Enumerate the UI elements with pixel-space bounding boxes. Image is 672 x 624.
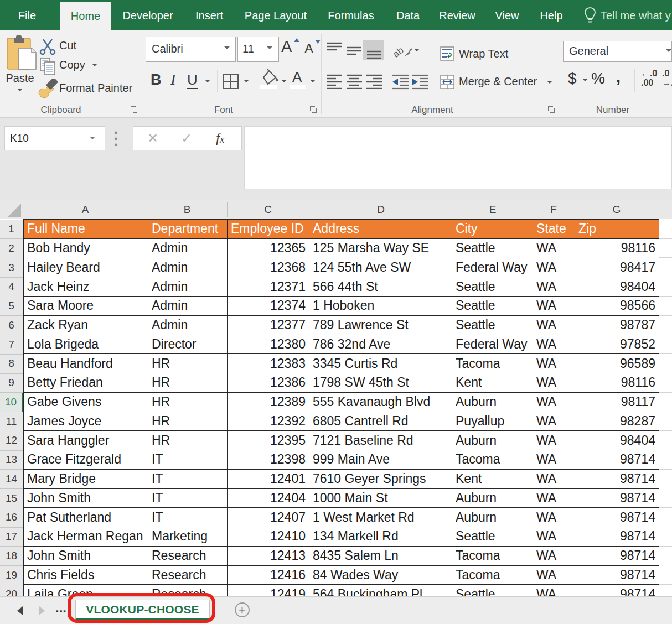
svg-text:ab: ab bbox=[393, 45, 406, 60]
